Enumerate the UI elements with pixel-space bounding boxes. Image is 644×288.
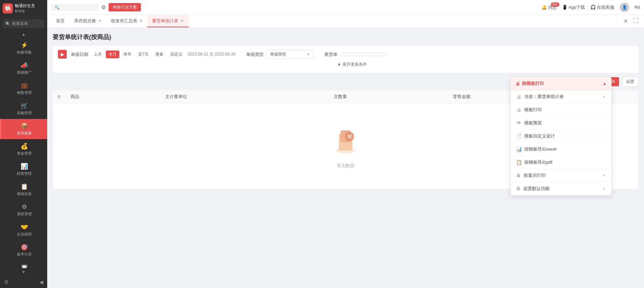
tab-order-stats-close[interactable]: ✕: [180, 19, 184, 23]
online-service-button[interactable]: 🎧 在线客服: [590, 4, 614, 10]
topbar-gear-icon[interactable]: ⚙: [101, 4, 106, 10]
topbar-search-icon: 🔍: [55, 5, 60, 10]
empty-illustration: [329, 124, 362, 157]
print-dropdown-collapse-icon: ▲: [603, 81, 607, 86]
sidebar-scroll-up[interactable]: ▲: [0, 30, 47, 38]
tab-inventory-batch-label: 库存批次账: [74, 18, 96, 24]
app-download-button[interactable]: 📱 App下载: [562, 4, 585, 10]
messages-button[interactable]: 🔔 消息 99+: [541, 4, 557, 10]
avatar[interactable]: 👤: [620, 3, 629, 12]
action-bar: 🖨 按模板打印 ▲ ↗ 导出 ↻ 刷新 查询 设置 🖨 按模板打印: [53, 77, 639, 87]
sidebar-item-finance[interactable]: 💰 资金管理: [0, 139, 47, 159]
expand-more-label: 展开更多条件: [343, 62, 367, 67]
sidebar-item-quick-nav[interactable]: ⚡ 快捷导航: [0, 38, 47, 58]
tab-receipt-summary-close[interactable]: ✕: [139, 19, 143, 23]
template-print-label: 模板打印: [524, 107, 542, 113]
sidebar-item-operations[interactable]: 📊 经营管理: [0, 159, 47, 180]
print-dropdown-export-pdf[interactable]: 📋 按模板导出pdf: [511, 156, 611, 169]
sidebar-item-guide[interactable]: 🎯 新手引导: [0, 240, 47, 260]
print-dropdown-current[interactable]: 🖨 当前：要货单统计表 ▼: [511, 90, 611, 103]
print-current-arrow-icon: ▼: [602, 95, 606, 99]
page-title: 要货单统计表(按商品): [53, 33, 639, 41]
empty-text: 暂无数据: [337, 163, 354, 169]
app-logo-icon: 畅: [3, 3, 13, 13]
sidebar-item-label-finance: 资金管理: [17, 151, 32, 156]
date-year-btn[interactable]: 本年: [121, 51, 134, 58]
sidebar-item-marketing[interactable]: 📣 营销推广: [0, 58, 47, 78]
expand-more-btn[interactable]: ▼ 展开更多条件: [71, 60, 633, 69]
sidebar-bottom: ⚙ ◀: [0, 276, 47, 288]
sidebar-item-enterprise[interactable]: 🤝 企业协同: [0, 220, 47, 240]
sidebar-search[interactable]: 🔍 搜索菜单: [3, 19, 45, 28]
sidebar-collapse-icon[interactable]: ◀: [39, 279, 43, 285]
doctype-select-arrow-icon: ▼: [306, 53, 310, 56]
date-prev-month-btn[interactable]: 上月: [91, 51, 105, 58]
sidebar-scroll-down[interactable]: ▼: [0, 268, 47, 276]
sidebar-item-system[interactable]: ⚙ 系统管理: [0, 200, 47, 220]
tab-close-all-icon[interactable]: ✕: [622, 17, 629, 25]
purchase-icon: 🛒: [21, 102, 28, 109]
date-custom-btn[interactable]: 自定义: [168, 51, 185, 58]
display-print-icon: 🖥: [516, 173, 521, 178]
print-dropdown-header[interactable]: 🖨 按模板打印 ▲: [511, 77, 611, 90]
tabbar-right-buttons: ✕ ⛶: [622, 17, 640, 25]
doctype-label: 单据类型: [246, 52, 264, 58]
settings-button[interactable]: 设置: [622, 77, 639, 87]
display-print-left: 🖥 按显示打印: [516, 172, 546, 179]
sidebar-item-label-guide: 新手引导: [17, 252, 32, 257]
topbar-search[interactable]: 🔍: [51, 4, 98, 11]
tab-inventory-batch[interactable]: 库存批次账 ✕: [69, 15, 106, 27]
filter-fields: 单据日期 上月 本月 本年 近7天 更多 自定义 2023-06-01 至 20…: [71, 50, 633, 69]
main-area: 🔍 ⚙ 体验行业方案 🔔 消息 99+ 📱 App下载 🎧 在线客服 👤 Rit: [47, 0, 644, 288]
print-dropdown-export-excel[interactable]: 📊 按模板导出excel: [511, 143, 611, 156]
template-design-icon: 📄: [516, 133, 522, 139]
doctype-select[interactable]: 单据类型 ▼: [266, 50, 314, 59]
sidebar-item-basic[interactable]: 📋 基础信息: [0, 180, 47, 200]
username[interactable]: Rit: [635, 5, 640, 10]
date-7days-btn[interactable]: 近7天: [136, 51, 151, 58]
print-dropdown-header-icon: 🖨: [516, 81, 520, 86]
print-dropdown-template-design[interactable]: 📄 模板自定义设计: [511, 130, 611, 143]
sidebar-item-purchase[interactable]: 🛒 采购管理: [0, 99, 47, 119]
filter-bar: ▶ 单据日期 上月 本月 本年 近7天 更多 自定义 2023-06-01 至 …: [53, 46, 639, 73]
sidebar-item-label-system: 系统管理: [17, 212, 32, 217]
sidebar-item-label-enterprise: 企业协同: [17, 232, 32, 237]
set-default-label: 设置默认功能: [523, 186, 550, 192]
tab-inventory-batch-close[interactable]: ✕: [98, 19, 101, 23]
quick-nav-icon: ⚡: [21, 41, 28, 49]
tab-order-stats[interactable]: 要货单统计表 ✕: [147, 15, 188, 27]
sales-icon: 💼: [21, 82, 28, 89]
display-print-arrow-icon: ▼: [602, 173, 606, 178]
table-col-quantity: 主数量: [330, 90, 449, 103]
sidebar-item-label-operations: 经营管理: [17, 171, 32, 176]
marketing-icon: 📣: [21, 62, 28, 69]
export-excel-label: 按模板导出excel: [524, 146, 556, 152]
sidebar-nav: ⚡ 快捷导航 📣 营销推广 💼 销售管理 🛒 采购管理 📦 库存核算 💰 资金管…: [0, 38, 47, 268]
print-dropdown-display-print[interactable]: 🖥 按显示打印 ▼: [511, 169, 611, 182]
guide-icon: 🎯: [21, 244, 28, 251]
topbar-promo-button[interactable]: 体验行业方案: [109, 3, 141, 11]
tab-expand-icon[interactable]: ⛶: [632, 17, 640, 25]
sidebar-item-sales[interactable]: 💼 销售管理: [0, 78, 47, 99]
export-pdf-icon: 📋: [516, 160, 522, 165]
order-input[interactable]: [340, 53, 387, 56]
print-dropdown-popup: 🖨 按模板打印 ▲ 🖨 当前：要货单统计表 ▼ 🖨 模板打印 👁 模板预览: [510, 77, 612, 196]
table-col-settings-icon[interactable]: ⚙: [57, 94, 61, 99]
operations-icon: 📊: [21, 163, 28, 170]
sidebar-item-apps[interactable]: 🔲 应用中心: [0, 260, 47, 268]
print-dropdown-set-default[interactable]: ⚙ 设置默认功能 ▼: [511, 182, 611, 195]
sidebar-settings-icon[interactable]: ⚙: [4, 279, 9, 285]
sidebar-item-label-quick-nav: 快捷导航: [17, 50, 32, 55]
tab-home[interactable]: 首页: [51, 15, 69, 27]
date-range-display: 2023-06-01 至 2023-06-30: [188, 52, 235, 57]
expand-more-icon: ▼: [337, 62, 341, 67]
date-more-btn[interactable]: 更多: [153, 51, 166, 58]
tab-receipt-summary[interactable]: 收发存汇总表 ✕: [106, 15, 147, 27]
sidebar-item-inventory[interactable]: 📦 库存核算: [0, 119, 47, 139]
enterprise-icon: 🤝: [21, 223, 28, 231]
filter-toggle-btn[interactable]: ▶: [58, 50, 67, 59]
date-buttons: 上月 本月 本年 近7天 更多 自定义: [91, 51, 185, 58]
date-current-month-btn[interactable]: 本月: [106, 51, 119, 58]
print-dropdown-template-print[interactable]: 🖨 模板打印: [511, 103, 611, 117]
print-dropdown-template-preview[interactable]: 👁 模板预览: [511, 117, 611, 130]
